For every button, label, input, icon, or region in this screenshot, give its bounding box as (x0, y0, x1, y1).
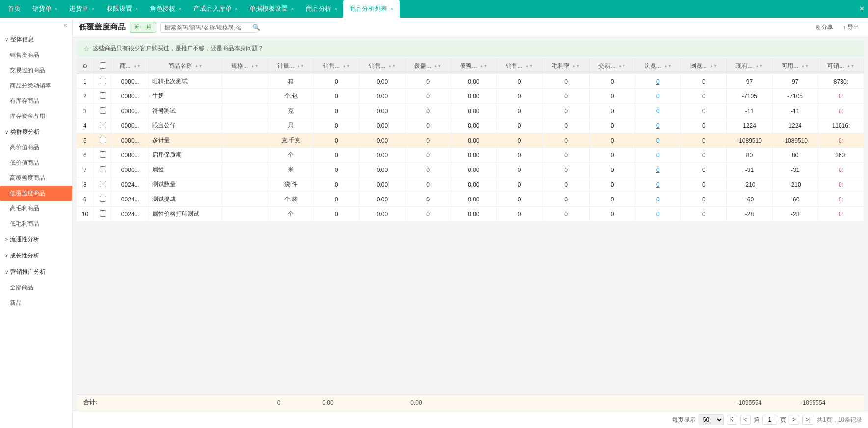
sort-icon[interactable]: ▲▼ (434, 64, 441, 68)
row-select-checkbox[interactable] (100, 210, 106, 217)
close-icon[interactable]: × (91, 0, 94, 18)
last-page-button[interactable]: >| (802, 415, 814, 425)
row-select-checkbox[interactable] (100, 107, 106, 114)
sort-icon[interactable]: ▲▼ (755, 64, 763, 68)
nav-tab-warehouse[interactable]: 产成品入库单 × (188, 0, 244, 18)
sort-icon[interactable]: ▲▼ (133, 64, 141, 68)
sort-icon[interactable]: ▲▼ (480, 64, 488, 68)
nav-tab-sales[interactable]: 销货单 × (27, 0, 63, 18)
sort-icon[interactable]: ▲▼ (388, 64, 396, 68)
sort-icon[interactable]: ▲▼ (251, 64, 259, 68)
sidebar-item-low-margin[interactable]: 低毛利商品 (0, 216, 72, 231)
sidebar-collapse-button[interactable]: « (0, 18, 72, 31)
row-browse1[interactable]: 0 (635, 133, 681, 148)
row-browse1[interactable]: 0 (635, 192, 681, 207)
row-browse1[interactable]: 0 (635, 163, 681, 177)
row-browse1[interactable]: 0 (635, 89, 681, 104)
prev-page-button[interactable]: < (740, 415, 751, 425)
sidebar-item-high-coverage[interactable]: 高覆盖度商品 (0, 171, 72, 186)
nav-tab-purchase[interactable]: 进货单 × (63, 0, 100, 18)
row-browse1[interactable]: 0 (635, 177, 681, 192)
row-select-checkbox[interactable] (100, 78, 106, 84)
search-input[interactable] (160, 22, 258, 33)
row-select-checkbox[interactable] (100, 122, 106, 128)
nav-tab-analysis[interactable]: 商品分析 × (300, 0, 343, 18)
row-checkbox[interactable] (94, 104, 111, 118)
row-select-checkbox[interactable] (100, 181, 106, 187)
nav-tab-roles[interactable]: 角色授权 × (144, 0, 187, 18)
share-button[interactable]: ⎘ 分享 (814, 22, 836, 32)
sidebar-item-low-coverage[interactable]: 低覆盖度商品 (0, 186, 72, 201)
sidebar-item-low-value[interactable]: 低价值商品 (0, 155, 72, 171)
close-icon[interactable]: × (390, 0, 393, 18)
sidebar-item-high-value[interactable]: 高价值商品 (0, 140, 72, 155)
sort-icon[interactable]: ▲▼ (618, 64, 626, 68)
sort-icon[interactable]: ▲▼ (801, 64, 809, 68)
close-all-button[interactable]: × (860, 4, 864, 13)
sidebar-section-growth[interactable]: > 成长性分析 (0, 248, 72, 264)
row-select-checkbox[interactable] (100, 166, 106, 172)
row-browse2: 0 (681, 118, 727, 133)
period-button[interactable]: 近一月 (130, 22, 156, 33)
row-current: -28 (727, 207, 772, 222)
sidebar-item-traded-goods[interactable]: 交易过的商品 (0, 63, 72, 78)
sidebar-item-in-stock[interactable]: 有库存商品 (0, 93, 72, 109)
sidebar-section-marketing[interactable]: ∨ 营销推广分析 (0, 264, 72, 280)
first-page-button[interactable]: K (727, 415, 737, 425)
row-select-checkbox[interactable] (100, 196, 106, 202)
export-button[interactable]: ↑ 导出 (840, 22, 862, 32)
close-icon[interactable]: × (54, 0, 57, 18)
sort-icon[interactable]: ▲▼ (664, 64, 672, 68)
close-icon[interactable]: × (178, 0, 181, 18)
page-input[interactable] (762, 415, 777, 425)
sort-icon[interactable]: ▲▼ (297, 64, 304, 68)
search-icon[interactable]: 🔍 (252, 24, 260, 31)
row-browse1[interactable]: 0 (635, 207, 681, 222)
close-icon[interactable]: × (291, 0, 294, 18)
row-checkbox[interactable] (94, 207, 111, 222)
row-browse1[interactable]: 0 (635, 74, 681, 89)
table-container[interactable]: ⚙ 商... ▲▼ 商品名称 ▲▼ 规格... ▲▼ 计量... ▲▼ 销售..… (73, 58, 868, 394)
select-all-checkbox[interactable] (100, 62, 106, 69)
sort-icon[interactable]: ▲▼ (847, 64, 855, 68)
sidebar-item-category-rate[interactable]: 商品分类动销率 (0, 78, 72, 93)
row-browse1[interactable]: 0 (635, 148, 681, 163)
sidebar-item-new-goods[interactable]: 新品 (0, 295, 72, 311)
close-icon[interactable]: × (135, 0, 138, 18)
next-page-button[interactable]: > (789, 415, 799, 425)
row-checkbox[interactable] (94, 163, 111, 177)
row-browse1[interactable]: 0 (635, 104, 681, 118)
sidebar-item-high-margin[interactable]: 高毛利商品 (0, 201, 72, 216)
nav-tab-analysis-list[interactable]: 商品分析列表 × (343, 0, 399, 18)
row-checkbox[interactable] (94, 133, 111, 148)
sort-icon[interactable]: ▲▼ (342, 64, 350, 68)
page-size-select[interactable]: 50 100 200 (699, 414, 724, 425)
row-select-checkbox[interactable] (100, 151, 106, 158)
sidebar-item-capital[interactable]: 库存资金占用 (0, 109, 72, 124)
row-select-checkbox[interactable] (100, 137, 106, 143)
row-checkbox[interactable] (94, 177, 111, 192)
sidebar-item-sales-goods[interactable]: 销售类商品 (0, 48, 72, 63)
row-checkbox[interactable] (94, 192, 111, 207)
col-settings[interactable]: ⚙ (77, 58, 94, 74)
col-checkbox[interactable] (94, 58, 111, 74)
sort-icon[interactable]: ▲▼ (709, 64, 717, 68)
sidebar-item-all-goods[interactable]: 全部商品 (0, 280, 72, 295)
sort-icon[interactable]: ▲▼ (525, 64, 533, 68)
row-checkbox[interactable] (94, 118, 111, 133)
nav-tab-template[interactable]: 单据模板设置 × (244, 0, 299, 18)
row-checkbox[interactable] (94, 148, 111, 163)
sort-icon[interactable]: ▲▼ (195, 64, 203, 68)
sidebar-section-flow[interactable]: > 流通性分析 (0, 231, 72, 248)
nav-tab-permissions[interactable]: 权限设置 × (101, 0, 144, 18)
sidebar-section-cluster[interactable]: ∨ 类群度分析 (0, 124, 72, 140)
close-icon[interactable]: × (235, 0, 238, 18)
row-browse1[interactable]: 0 (635, 118, 681, 133)
sidebar-section-overall[interactable]: ∨ 整体信息 (0, 31, 72, 48)
sort-icon[interactable]: ▲▼ (572, 64, 580, 68)
row-checkbox[interactable] (94, 74, 111, 89)
row-checkbox[interactable] (94, 89, 111, 104)
close-icon[interactable]: × (334, 0, 337, 18)
row-select-checkbox[interactable] (100, 92, 106, 99)
nav-tab-home[interactable]: 首页 (2, 0, 27, 18)
